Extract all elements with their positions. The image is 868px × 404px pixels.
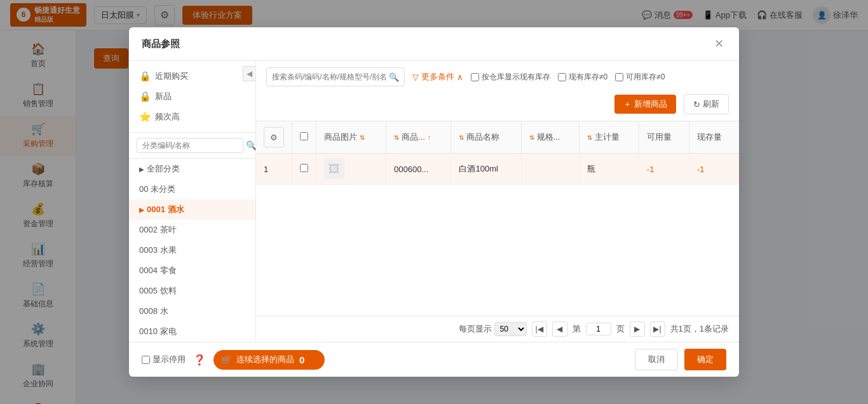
product-search-input[interactable]: [272, 72, 386, 81]
add-product-button[interactable]: ＋ 新增商品: [614, 95, 676, 114]
quick-link-label: 近期购买: [155, 71, 188, 82]
cell-spec: [521, 154, 579, 185]
quick-link-frequent[interactable]: ⭐ 频次高: [129, 107, 255, 127]
page-suffix: 页: [616, 323, 625, 335]
cell-code: 000600...: [386, 154, 451, 185]
checkbox-available-stock[interactable]: 可用库存≠0: [615, 72, 665, 83]
lock-icon-recent: 🔒: [139, 71, 151, 82]
refresh-icon: ↻: [693, 100, 700, 109]
category-item-0002[interactable]: 0002 茶叶: [129, 220, 255, 240]
category-item-0005[interactable]: 0005 饮料: [129, 281, 255, 301]
category-label: 0008 水: [139, 306, 168, 317]
table-row[interactable]: 1 🖼 000600... 白酒100ml 瓶: [256, 154, 739, 185]
help-icon[interactable]: ❓: [193, 354, 206, 366]
collapse-arrow-icon[interactable]: ∧: [309, 354, 317, 366]
category-item-0010[interactable]: 0010 家电: [129, 321, 255, 342]
sort-arrow-code: ↑: [428, 134, 431, 141]
category-item-all[interactable]: ▶ 全部分类: [129, 159, 255, 179]
modal-header: 商品参照 ✕: [129, 27, 739, 61]
product-table-container: ⚙ 商品图片 ⇅: [256, 121, 739, 316]
th-available: 可用量: [639, 121, 689, 154]
cart-count: 0: [299, 354, 304, 365]
cell-num: 1: [256, 154, 292, 185]
quick-link-new[interactable]: 🔒 新品: [129, 86, 255, 107]
next-page-button[interactable]: ▶: [630, 321, 645, 337]
filter-icon: ▽: [412, 72, 419, 82]
quick-link-recent[interactable]: 🔒 近期购买: [129, 66, 255, 86]
checkbox-warehouse-stock[interactable]: 按仓库显示现有库存: [471, 72, 550, 83]
show-disabled-checkbox[interactable]: 显示停用: [142, 354, 186, 365]
cell-name: 白酒100ml: [451, 154, 521, 185]
cell-image: 🖼: [316, 154, 386, 185]
cart-icon: 🛒: [221, 355, 231, 365]
chevron-up-icon: ∧: [457, 72, 463, 82]
sort-icon-code: ⇅: [394, 134, 399, 141]
modal-footer: 显示停用 ❓ 🛒 连续选择的商品 0 ∧ 取消 确定: [129, 342, 739, 377]
show-disabled-input[interactable]: [142, 356, 150, 364]
th-available-label: 可用量: [647, 131, 672, 143]
refresh-button[interactable]: ↻ 刷新: [684, 94, 729, 114]
category-item-0008[interactable]: 0008 水: [129, 301, 255, 321]
lock-icon-new: 🔒: [139, 91, 151, 102]
category-item-0003[interactable]: 0003 水果: [129, 240, 255, 260]
th-image-label: 商品图片: [324, 131, 357, 143]
page-size-select[interactable]: 20 50 100: [494, 322, 527, 336]
th-name: ⇅ 商品名称: [451, 121, 521, 154]
th-unit: ⇅ 主计量: [579, 121, 639, 154]
sort-icon-name: ⇅: [459, 134, 464, 141]
th-checkbox: [292, 121, 316, 154]
cart-selector[interactable]: 🛒 连续选择的商品 0 ∧: [214, 350, 325, 370]
prev-page-button[interactable]: ◀: [552, 321, 567, 337]
checkbox-nonzero-stock[interactable]: 现有库存≠0: [558, 72, 607, 83]
quick-link-label: 频次高: [155, 111, 180, 123]
last-page-button[interactable]: ▶|: [650, 321, 665, 337]
category-label: 0001 酒水: [147, 204, 184, 215]
checkbox-available-input[interactable]: [615, 73, 623, 81]
checkbox-nonzero-input[interactable]: [558, 73, 566, 81]
checkbox-label: 可用库存≠0: [626, 72, 665, 83]
more-filters-button[interactable]: ▽ 更多条件 ∧: [412, 71, 463, 83]
add-btn-label: 新增商品: [634, 98, 667, 110]
filter-checkboxes: 按仓库显示现有库存 现有库存≠0 可用库存≠0: [471, 72, 665, 83]
category-item-0004[interactable]: 0004 零食: [129, 260, 255, 281]
page-number-input[interactable]: [586, 323, 611, 335]
toolbar: 🔍 ▽ 更多条件 ∧ 按仓库显示现有库存 现: [256, 61, 739, 121]
select-all-checkbox[interactable]: [300, 132, 308, 140]
category-label: 0002 茶叶: [139, 224, 177, 236]
category-item-00[interactable]: 00 未分类: [129, 179, 255, 199]
filter-label: 更多条件: [421, 71, 454, 83]
column-settings-icon[interactable]: ⚙: [264, 127, 284, 147]
modal-close-button[interactable]: ✕: [711, 36, 726, 51]
th-spec-label: 规格...: [537, 131, 560, 143]
modal-body: 🔒 近期购买 🔒 新品 ⭐ 频次高 ◀ 🔍: [129, 61, 739, 342]
confirm-button[interactable]: 确定: [684, 349, 726, 370]
cancel-button[interactable]: 取消: [635, 349, 678, 370]
category-label: 0010 家电: [139, 326, 177, 337]
first-page-button[interactable]: |◀: [532, 321, 547, 337]
category-label: 0004 零食: [139, 265, 177, 276]
checkbox-label: 现有库存≠0: [569, 72, 607, 83]
show-disabled-label: 显示停用: [153, 354, 186, 365]
th-stock: 现存量: [689, 121, 739, 154]
checkbox-warehouse-input[interactable]: [471, 73, 479, 81]
category-search-input[interactable]: [137, 138, 243, 153]
category-search-icon[interactable]: 🔍: [246, 140, 256, 151]
left-panel: 🔒 近期购买 🔒 新品 ⭐ 频次高 ◀ 🔍: [129, 61, 256, 342]
th-code: ⇅ 商品... ↑: [386, 121, 451, 154]
image-col-header: 商品图片 ⇅: [324, 131, 378, 143]
footer-actions: 取消 确定: [635, 349, 726, 370]
th-image: 商品图片 ⇅: [316, 121, 386, 154]
cell-unit: 瓶: [579, 154, 639, 185]
category-label: 全部分类: [147, 163, 180, 175]
th-stock-label: 现存量: [697, 131, 722, 143]
product-table: ⚙ 商品图片 ⇅: [256, 121, 739, 185]
sort-icon-spec: ⇅: [529, 134, 534, 141]
footer-left: 显示停用: [142, 354, 186, 365]
quick-link-label: 新品: [155, 91, 172, 102]
collapse-panel-button[interactable]: ◀: [243, 66, 255, 81]
cell-stock: -1: [689, 154, 739, 185]
th-spec: ⇅ 规格...: [521, 121, 579, 154]
star-icon: ⭐: [139, 111, 151, 123]
row-checkbox[interactable]: [300, 164, 308, 172]
category-item-0001[interactable]: ▶ 0001 酒水: [129, 199, 255, 220]
